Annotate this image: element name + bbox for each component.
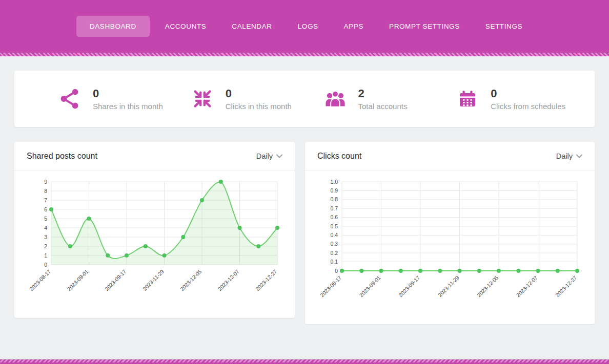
svg-text:3: 3 — [44, 234, 47, 240]
svg-text:2023-12-07: 2023-12-07 — [515, 274, 539, 298]
clicks-count: 0 — [226, 87, 292, 100]
svg-text:5: 5 — [44, 216, 47, 222]
svg-text:2023-09-01: 2023-09-01 — [358, 274, 382, 298]
clicks-label: Clicks in this month — [226, 102, 292, 111]
shared-posts-line-chart: 01234567892023-08-172023-09-012023-09-17… — [27, 176, 282, 309]
shared-posts-chart-card: Shared posts count Daily 01234567892023-… — [14, 142, 295, 318]
main-nav: DASHBOARD ACCOUNTS CALENDAR LOGS APPS PR… — [76, 16, 533, 37]
svg-text:2023-08-17: 2023-08-17 — [319, 274, 343, 298]
shares-label: Shares in this month — [93, 102, 163, 111]
period-label: Daily — [256, 152, 273, 160]
shared-posts-period-dropdown[interactable]: Daily — [256, 152, 282, 160]
svg-text:0: 0 — [335, 268, 338, 274]
svg-text:0: 0 — [44, 262, 47, 268]
svg-text:0.7: 0.7 — [330, 205, 338, 211]
svg-text:0.4: 0.4 — [330, 232, 338, 238]
svg-text:6: 6 — [44, 206, 47, 212]
stats-summary-card: 0 Shares in this month — [14, 71, 595, 127]
header-hatch-border — [0, 53, 609, 56]
svg-text:2023-08-17: 2023-08-17 — [28, 268, 52, 292]
stat-accounts: 2 Total accounts — [323, 87, 456, 111]
svg-text:2023-12-27: 2023-12-27 — [254, 268, 278, 292]
accounts-count: 2 — [358, 87, 408, 100]
svg-text:0.1: 0.1 — [330, 259, 338, 265]
nav-item-dashboard[interactable]: DASHBOARD — [76, 16, 150, 37]
clicks-icon — [191, 87, 214, 111]
nav-item-apps[interactable]: APPS — [334, 16, 374, 37]
svg-text:9: 9 — [44, 179, 47, 185]
svg-text:2023-11-29: 2023-11-29 — [141, 268, 165, 292]
svg-text:2: 2 — [44, 243, 47, 249]
clicks-line-chart: 00.10.20.30.40.50.60.70.80.91.02023-08-1… — [317, 176, 582, 315]
shares-count: 0 — [93, 87, 163, 100]
period-label: Daily — [556, 152, 573, 160]
top-navigation-bar: DASHBOARD ACCOUNTS CALENDAR LOGS APPS PR… — [0, 0, 609, 53]
shared-posts-chart-title: Shared posts count — [27, 152, 97, 161]
svg-text:1.0: 1.0 — [330, 179, 338, 185]
clicks-period-dropdown[interactable]: Daily — [556, 152, 582, 160]
dashboard-content: 0 Shares in this month — [0, 56, 609, 359]
schedule-clicks-count: 0 — [491, 87, 565, 100]
accounts-icon — [323, 87, 347, 111]
share-icon — [58, 87, 82, 111]
svg-text:0.6: 0.6 — [330, 214, 338, 220]
schedule-clicks-label: Clicks from schedules — [491, 102, 565, 111]
svg-text:8: 8 — [44, 188, 47, 194]
svg-text:2023-12-07: 2023-12-07 — [216, 268, 240, 292]
stat-schedule-clicks: 0 Clicks from schedules — [456, 87, 588, 111]
svg-text:1: 1 — [44, 252, 47, 259]
nav-item-logs[interactable]: LOGS — [288, 16, 329, 37]
svg-text:0.9: 0.9 — [330, 187, 338, 194]
clicks-chart-card: Clicks count Daily 00.10.20.30.40.50.60.… — [305, 142, 595, 324]
svg-text:4: 4 — [44, 225, 47, 231]
stat-clicks: 0 Clicks in this month — [191, 87, 323, 111]
svg-text:2023-09-17: 2023-09-17 — [397, 274, 421, 298]
svg-text:2023-12-05: 2023-12-05 — [476, 274, 500, 298]
svg-text:2023-09-01: 2023-09-01 — [66, 268, 90, 292]
svg-text:2023-12-27: 2023-12-27 — [554, 274, 578, 298]
svg-text:2023-09-17: 2023-09-17 — [104, 268, 128, 292]
clicks-chart-title: Clicks count — [317, 152, 361, 161]
chevron-down-icon — [576, 154, 582, 158]
nav-item-settings[interactable]: SETTINGS — [475, 16, 533, 37]
svg-text:0.8: 0.8 — [330, 196, 338, 202]
calendar-icon — [456, 87, 479, 111]
nav-item-accounts[interactable]: ACCOUNTS — [155, 16, 217, 37]
nav-item-prompt-settings[interactable]: PROMPT SETTINGS — [379, 16, 470, 37]
svg-text:7: 7 — [44, 197, 47, 203]
svg-text:0.5: 0.5 — [330, 223, 338, 229]
chevron-down-icon — [276, 154, 282, 158]
svg-text:0.3: 0.3 — [330, 241, 338, 247]
svg-text:0.2: 0.2 — [330, 250, 338, 256]
stat-shares: 0 Shares in this month — [58, 87, 191, 111]
footer-accent-bar — [0, 359, 609, 364]
nav-item-calendar[interactable]: CALENDAR — [221, 16, 282, 37]
svg-text:2023-11-29: 2023-11-29 — [437, 274, 460, 298]
svg-text:2023-12-05: 2023-12-05 — [179, 268, 203, 292]
accounts-label: Total accounts — [358, 102, 408, 111]
charts-row: Shared posts count Daily 01234567892023-… — [14, 142, 595, 324]
